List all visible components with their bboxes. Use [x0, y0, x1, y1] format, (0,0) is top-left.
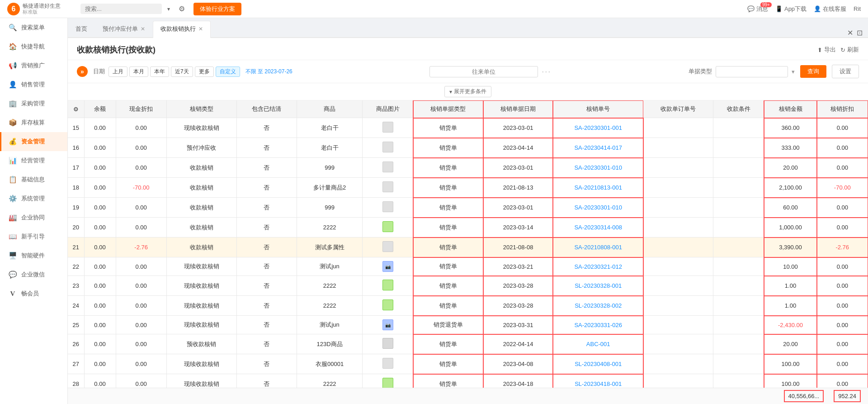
table-row[interactable]: 20 0.00 0.00 收款核销 否 2222 销货单 2023-03-14 … [68, 218, 868, 238]
cell-verify-amount: 10.00 [764, 257, 817, 276]
verify-no-link[interactable]: SL-20230328-001 [575, 282, 622, 289]
sidebar-item-corp[interactable]: 🏭 企业协同 [0, 208, 67, 227]
date-btn-last-month[interactable]: 上月 [108, 67, 127, 77]
tab-maximize-btn[interactable]: ⊡ [857, 29, 863, 37]
cell-collect-condition [713, 138, 764, 158]
date-btn-this-year[interactable]: 本年 [150, 67, 169, 77]
voucher-type-dropdown[interactable]: ▾ [792, 68, 795, 75]
sidebar-item-operation[interactable]: 📊 经营管理 [0, 151, 67, 170]
sidebar-item-search[interactable]: 🔍 搜索菜单 [0, 18, 67, 37]
sidebar-item-marketing[interactable]: 📢 营销推广 [0, 56, 67, 75]
sidebar-item-purchase[interactable]: 🏢 采购管理 [0, 94, 67, 113]
verify-no-link[interactable]: SA-20230301-001 [574, 124, 622, 131]
cell-verify-no: SA-20230331-026 [553, 316, 643, 334]
table-row[interactable]: 25 0.00 0.00 现续收款核销 否 测试jun 📷 销货退货单 2023… [68, 316, 868, 334]
sidebar-item-sales[interactable]: 👤 销售管理 [0, 75, 67, 94]
sidebar-label-sales: 销售管理 [21, 81, 45, 89]
cell-collect-order [643, 296, 713, 316]
tab-close-window-btn[interactable]: ✕ [847, 29, 853, 37]
industry-btn[interactable]: 体验行业方案 [193, 3, 241, 15]
verify-no-link[interactable]: SL-20230408-001 [575, 361, 622, 367]
verify-no-link[interactable]: SA-20230314-008 [574, 224, 622, 231]
total-discount-label: 952.24 [835, 392, 859, 400]
cell-verify-amount: 3,390.00 [764, 238, 817, 257]
cell-verify-type: 收款核销 [166, 238, 236, 257]
partner-input[interactable] [429, 66, 538, 77]
voucher-type-input[interactable] [716, 66, 788, 77]
app-download-btn[interactable]: 📱 App下载 [775, 5, 807, 13]
cell-verify-voucher-type: 销货单 [413, 198, 483, 218]
tab-collection-close[interactable]: ✕ [198, 26, 203, 32]
cell-product: 老白干 [297, 118, 363, 138]
guide-icon: 📖 [9, 233, 17, 241]
user-btn[interactable]: Rit [854, 5, 861, 12]
col-header-settings[interactable]: ⚙ [68, 100, 84, 118]
search-dropdown-btn[interactable]: ▾ [167, 6, 170, 12]
verify-no-link[interactable]: ABC-001 [586, 341, 610, 347]
table-row[interactable]: 19 0.00 0.00 收款核销 否 999 销货单 2023-03-01 S… [68, 198, 868, 218]
filter-settings-btn[interactable]: 设置 [832, 65, 859, 78]
table-row[interactable]: 18 0.00 -70.00 收款核销 否 多计量商品2 销货单 2021-08… [68, 178, 868, 198]
sidebar-item-quicknav[interactable]: 🏠 快捷导航 [0, 37, 67, 56]
table-row[interactable]: 23 0.00 0.00 现续收款核销 否 2222 销货单 2023-03-2… [68, 276, 868, 296]
tab-prepay[interactable]: 预付冲应付单 ✕ [95, 21, 153, 37]
cell-id: 16 [68, 138, 84, 158]
cell-cash-discount: 0.00 [116, 296, 166, 316]
verify-no-link[interactable]: SL-20230328-002 [575, 302, 622, 309]
verify-no-link[interactable]: SA-20230301-010 [574, 164, 622, 171]
tab-collection[interactable]: 收款核销执行 ✕ [153, 21, 211, 38]
search-input[interactable] [80, 4, 162, 14]
table-row[interactable]: 15 0.00 0.00 现续收款核销 否 老白干 销货单 2023-03-01… [68, 118, 868, 138]
table-row[interactable]: 21 0.00 -2.76 收款核销 否 测试多属性 销货单 2021-08-0… [68, 238, 868, 257]
verify-no-link[interactable]: SL-20230418-001 [575, 380, 622, 387]
message-btn[interactable]: 💬 消息 99+ [747, 5, 768, 13]
sidebar-item-finance[interactable]: 💰 资金管理 [0, 132, 67, 151]
query-btn[interactable]: 查询 [800, 65, 826, 78]
table-row[interactable]: 22 0.00 0.00 现续收款核销 否 测试jun 📷 销货单 2023-0… [68, 257, 868, 276]
verify-no-link[interactable]: SA-20210813-001 [574, 184, 622, 191]
date-btn-7days[interactable]: 近7天 [171, 67, 193, 77]
marketing-icon: 📢 [9, 62, 17, 70]
table-row[interactable]: 26 0.00 0.00 预收款核销 否 123D商品 销货单 2022-04-… [68, 334, 868, 354]
table-row[interactable]: 27 0.00 0.00 现续收款核销 否 衣服00001 销货单 2023-0… [68, 354, 868, 374]
settings-icon[interactable]: ⚙ [175, 3, 188, 15]
refresh-btn[interactable]: ↻ 刷新 [840, 46, 859, 54]
cell-verify-voucher-type: 销货单 [413, 354, 483, 374]
date-btn-custom[interactable]: 自定义 [216, 67, 240, 77]
date-btn-this-month[interactable]: 本月 [129, 67, 148, 77]
verify-no-link[interactable]: SA-20230414-017 [574, 144, 622, 151]
table-row[interactable]: 16 0.00 0.00 预付冲应收 否 老白干 销货单 2023-04-14 … [68, 138, 868, 158]
col-header-product: 商品 [297, 100, 363, 118]
verify-no-link[interactable]: SA-20210808-001 [574, 244, 622, 251]
header-actions: ⬆ 导出 ↻ 刷新 [817, 46, 859, 54]
online-service-btn[interactable]: 👤 在线客服 [814, 5, 846, 13]
verify-no-link[interactable]: SA-20230331-026 [574, 322, 622, 328]
cell-collect-order [643, 238, 713, 257]
sidebar-item-vip[interactable]: V 畅会员 [0, 284, 67, 303]
sidebar-item-wechat[interactable]: 💬 企业微信 [0, 265, 67, 284]
sidebar-item-inventory[interactable]: 📦 库存核算 [0, 113, 67, 132]
date-btn-more[interactable]: 更多 [195, 67, 214, 77]
cell-collect-condition [713, 257, 764, 276]
cell-id: 22 [68, 257, 84, 276]
sidebar-item-guide[interactable]: 📖 新手引导 [0, 227, 67, 246]
verify-no-link[interactable]: SA-20230321-012 [574, 263, 622, 270]
col-header-verify-amount: 核销金额 [764, 100, 817, 118]
table-row[interactable]: 17 0.00 0.00 收款核销 否 999 销货单 2023-03-01 S… [68, 158, 868, 178]
cell-include-settled: 否 [236, 238, 297, 257]
table-row[interactable]: 24 0.00 0.00 现续收款核销 否 2222 销货单 2023-03-2… [68, 296, 868, 316]
tab-home[interactable]: 首页 [68, 21, 95, 37]
export-btn[interactable]: ⬆ 导出 [817, 46, 836, 54]
expand-btn[interactable]: » [77, 66, 88, 77]
table-row[interactable]: 28 0.00 0.00 现续收款核销 否 2222 销货单 2023-04-1… [68, 374, 868, 388]
sidebar-item-basic[interactable]: 📋 基础信息 [0, 170, 67, 189]
cell-verify-date: 2022-04-14 [483, 334, 553, 354]
sidebar-item-hardware[interactable]: 🖥️ 智能硬件 [0, 246, 67, 265]
tab-prepay-close[interactable]: ✕ [141, 26, 145, 32]
cell-verify-no: SA-20230301-001 [553, 118, 643, 138]
expand-more-btn[interactable]: ▾ 展开更多条件 [444, 86, 491, 97]
sidebar-item-system[interactable]: ⚙️ 系统管理 [0, 189, 67, 208]
filter-dots[interactable]: ··· [542, 67, 551, 76]
cell-verify-discount: -70.00 [817, 178, 868, 198]
verify-no-link[interactable]: SA-20230301-010 [574, 204, 622, 211]
